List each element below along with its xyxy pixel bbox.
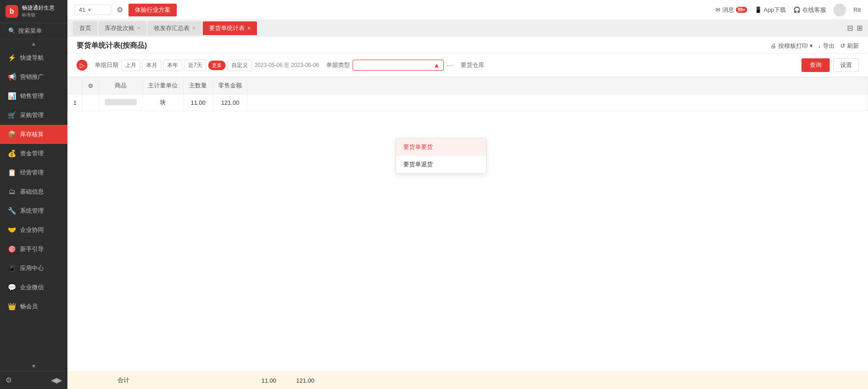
date-week-btn[interactable]: 近7天 <box>184 60 206 71</box>
sidebar-item-system[interactable]: 🔧 系统管理 <box>0 201 67 220</box>
page-actions: 🖨 按模板打印 ▾ ↓ 导出 ↺ 刷新 <box>770 42 859 50</box>
branch-arrow-icon: ▾ <box>88 6 91 13</box>
enterprise-icon: 🤝 <box>7 225 16 235</box>
footer-settings-icon[interactable]: ⚙ <box>5 376 12 384</box>
type-select-up-arrow[interactable]: ▲ <box>433 61 440 69</box>
tab-order-stats-label: 要货单统计表 <box>209 24 245 32</box>
data-table: ⚙ 商品 主计量单位 主数量 零售金额 1 <box>67 77 868 111</box>
filter-expand-btn[interactable]: ▷ <box>77 60 87 71</box>
finance-label: 资金管理 <box>20 149 44 158</box>
tab-expand-icon[interactable]: ⊞ <box>857 24 863 32</box>
topbar-gear-icon[interactable]: ⚙ <box>117 5 123 14</box>
tab-inventory-batch-close[interactable]: × <box>137 25 140 31</box>
sidebar-nav: ⚡ 快捷导航 📢 营销推广 📊 销售管理 🛒 采购管理 📦 库存核算 💰 资金管… <box>0 48 67 362</box>
industry-btn[interactable]: 体验行业方案 <box>128 4 177 16</box>
export-icon: ↓ <box>818 42 822 49</box>
date-buttons: 上月 本月 本年 近7天 更多 自定义 <box>121 60 252 71</box>
app-download-btn[interactable]: 📱 App下载 <box>755 6 786 14</box>
sidebar-footer: ⚙ ◀▶ <box>0 371 67 389</box>
online-service-btn[interactable]: 🎧 在线客服 <box>793 6 826 14</box>
date-custom-btn[interactable]: 自定义 <box>227 60 252 71</box>
sidebar-item-marketing[interactable]: 📢 营销推广 <box>0 67 67 87</box>
sidebar-item-sales[interactable]: 📊 销售管理 <box>0 87 67 106</box>
search-label: 搜索菜单 <box>18 27 42 35</box>
th-settings[interactable]: ⚙ <box>82 77 99 94</box>
topbar: 41 ▾ ⚙ 体验行业方案 ✉ 消息 99+ 📱 App下载 🎧 在线客服 Ri… <box>67 0 868 20</box>
scroll-down[interactable]: ▼ <box>0 362 67 371</box>
sidebar-item-finance[interactable]: 💰 资金管理 <box>0 144 67 163</box>
tab-collect-summary[interactable]: 收发存汇总表 × <box>148 21 202 35</box>
tab-order-stats-close[interactable]: × <box>247 25 251 31</box>
type-select[interactable]: ▲ <box>353 60 444 71</box>
phone-icon: 📱 <box>755 6 762 13</box>
type-more-options[interactable]: ··· <box>447 61 453 70</box>
th-amount: 零售金额 <box>213 77 248 94</box>
topbar-left: 41 ▾ ⚙ 体验行业方案 <box>75 4 177 16</box>
cell-unit: 块 <box>143 94 184 111</box>
export-btn[interactable]: ↓ 导出 <box>818 42 835 50</box>
app-name: 畅捷通好生意 <box>22 5 55 12</box>
tab-inventory-batch-label: 库存批次账 <box>105 24 134 32</box>
scroll-up[interactable]: ▲ <box>0 39 67 48</box>
query-btn[interactable]: 查询 <box>801 58 830 72</box>
date-prev-btn[interactable]: 上月 <box>121 60 140 71</box>
settings-btn[interactable]: 设置 <box>833 58 859 72</box>
footer-collapse-icon[interactable]: ◀▶ <box>51 376 62 384</box>
date-year-btn[interactable]: 本年 <box>163 60 182 71</box>
tab-order-stats[interactable]: 要货单统计表 × <box>203 21 257 35</box>
table-container: ⚙ 商品 主计量单位 主数量 零售金额 1 <box>67 77 868 111</box>
footer-quantity: 11.00 <box>251 377 287 384</box>
sidebar-item-wechat[interactable]: 💬 企业微信 <box>0 278 67 297</box>
messages-badge: 99+ <box>736 7 747 13</box>
table-row: 1 块 11.00 121.00 <box>68 94 868 111</box>
online-service-label: 在线客服 <box>802 6 826 14</box>
th-extra <box>248 77 868 94</box>
type-input[interactable] <box>357 62 433 69</box>
messages-label: 消息 <box>722 6 734 14</box>
sidebar-item-base[interactable]: 🗂 基础信息 <box>0 182 67 201</box>
tabbar-actions: ⊟ ⊞ <box>847 24 863 32</box>
cell-extra <box>248 94 868 111</box>
purchase-label: 采购管理 <box>20 111 44 119</box>
sidebar-item-operation[interactable]: 📋 经营管理 <box>0 163 67 182</box>
sidebar-item-inventory[interactable]: 📦 库存核算 <box>0 125 67 144</box>
date-curr-btn[interactable]: 本月 <box>142 60 161 71</box>
branch-value: 41 <box>79 6 85 13</box>
sidebar-search[interactable]: 🔍 搜索菜单 <box>0 23 67 39</box>
warehouse-filter-group: 要货仓库 <box>461 61 484 69</box>
tab-minimize-icon[interactable]: ⊟ <box>847 24 853 32</box>
tabbar: 首页 库存批次账 × 收发存汇总表 × 要货单统计表 × ⊟ ⊞ <box>67 20 868 36</box>
print-label: 按模板打印 <box>778 42 808 50</box>
branch-selector[interactable]: 41 ▾ <box>75 5 111 15</box>
sidebar-item-appstore[interactable]: 📱 应用中心 <box>0 259 67 278</box>
type-label: 单据类型 <box>326 61 350 69</box>
tab-collect-summary-close[interactable]: × <box>192 25 195 31</box>
system-icon: 🔧 <box>7 206 16 215</box>
dropdown-item-return[interactable]: 要货单退货 <box>396 156 486 173</box>
column-settings-icon[interactable]: ⚙ <box>88 82 93 89</box>
refresh-btn[interactable]: ↺ 刷新 <box>840 42 859 50</box>
sidebar-item-purchase[interactable]: 🛒 采购管理 <box>0 106 67 125</box>
app-download-label: App下载 <box>764 6 786 14</box>
base-icon: 🗂 <box>7 187 16 196</box>
date-more-btn[interactable]: 更多 <box>208 61 226 70</box>
marketing-icon: 📢 <box>7 72 16 82</box>
print-btn[interactable]: 🖨 按模板打印 ▾ <box>770 42 813 50</box>
sidebar-item-guide[interactable]: 🎯 新手引导 <box>0 240 67 259</box>
messages-btn[interactable]: ✉ 消息 99+ <box>715 6 747 14</box>
sidebar-item-enterprise[interactable]: 🤝 企业协同 <box>0 220 67 240</box>
warehouse-label: 要货仓库 <box>461 61 484 69</box>
cell-amount: 121.00 <box>213 94 248 111</box>
purchase-icon: 🛒 <box>7 111 16 120</box>
appstore-label: 应用中心 <box>20 264 44 272</box>
user-avatar[interactable] <box>833 4 846 16</box>
sidebar-item-vip[interactable]: 👑 畅会员 <box>0 297 67 316</box>
print-arrow-icon: ▾ <box>810 42 813 49</box>
tab-home[interactable]: 首页 <box>73 21 98 35</box>
dropdown-item-request[interactable]: 要货单要货 <box>396 138 486 156</box>
operation-label: 经营管理 <box>20 169 44 177</box>
sidebar-item-quick-nav[interactable]: ⚡ 快捷导航 <box>0 48 67 67</box>
date-label: 单据日期 <box>95 61 118 69</box>
tab-inventory-batch[interactable]: 库存批次账 × <box>98 21 147 35</box>
th-product: 商品 <box>99 77 143 94</box>
